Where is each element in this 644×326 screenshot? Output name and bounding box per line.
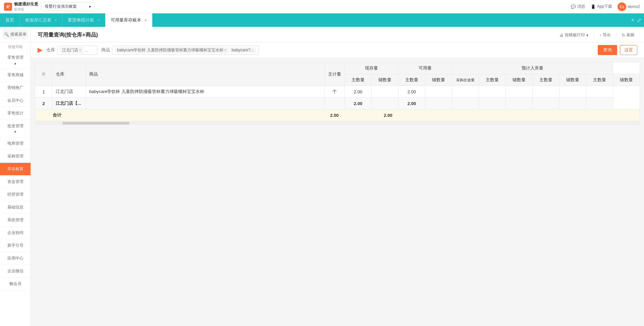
filter-actions: 查询 设置	[598, 45, 637, 55]
sidebar-item-label: 新手引导	[7, 243, 23, 248]
product-tag-2: babycare?...	[230, 47, 256, 53]
sidebar-item-ecommerce[interactable]: 电商管理	[0, 137, 31, 150]
sidebar-item-zero-stat[interactable]: 零售统计	[0, 107, 31, 120]
sidebar-item-label: 资金管理	[7, 179, 23, 185]
gear-icon[interactable]: ⚙	[39, 69, 49, 79]
tab-receive-summary[interactable]: 收发存汇总表 ×	[20, 13, 62, 27]
tab-home-label: 首页	[5, 17, 14, 23]
sidebar-item-finance[interactable]: 资金管理	[0, 176, 31, 188]
sidebar-item-label: 批发管理	[7, 123, 23, 129]
sidebar-item-appstore[interactable]: 应用中心	[0, 252, 31, 265]
query-btn[interactable]: 查询	[598, 45, 617, 55]
sidebar-item-inventory[interactable]: 库存核算	[0, 163, 31, 176]
warehouse-filter: 仓库 江北门店 × ...	[46, 46, 97, 55]
sidebar-item-wechat[interactable]: 企业微信	[0, 265, 31, 278]
sidebar-item-marketing[interactable]: 营销推广	[0, 82, 31, 94]
refresh-btn[interactable]: ↻ 刷新	[619, 31, 637, 39]
app-download-label: App下载	[597, 4, 612, 9]
sidebar-search-label: 搜索菜单	[10, 32, 26, 37]
th-goods-arriving-main: 主数量	[533, 74, 559, 86]
sidebar-item-guide[interactable]: 新手引导	[0, 239, 31, 252]
warehouse-tag-input[interactable]: 江北门店 × ...	[57, 46, 97, 55]
cell-pt-main-1	[452, 86, 479, 98]
table-row: 1 江北门店 babycare学饮杯 儿童防摔防撞吸管杯重力球吸嘴杯宝宝水杯 个…	[35, 86, 640, 98]
sidebar-item-label: 电商管理	[7, 141, 23, 146]
print-btn[interactable]: 🖨 按模板打印 ▾	[557, 31, 591, 39]
table-scrollbar[interactable]	[35, 121, 640, 125]
sidebar-item-wholesale[interactable]: 批发管理 ▼	[0, 120, 31, 137]
warehouse-tag-remove[interactable]: ×	[79, 48, 81, 52]
th-settings[interactable]: ⚙	[35, 62, 52, 86]
settings-btn[interactable]: 设置	[620, 45, 637, 55]
user-profile[interactable]: Ea demo2	[618, 2, 640, 11]
th-finished-arriving-aux: 辅数量	[613, 74, 640, 86]
cell-product-2	[86, 98, 325, 109]
cell-ga-main-2	[506, 98, 533, 109]
sidebar-item-label: 应用中心	[7, 255, 23, 261]
warehouse-tag: 江北门店 ×	[60, 47, 83, 53]
nav-tabs-actions: × ⤢	[631, 17, 644, 24]
nav-tabs: 首页 收发存汇总表 × 要货单统计表 × 可用量库存账本 × × ⤢	[0, 13, 644, 27]
sidebar-item-member2[interactable]: 畅会员	[0, 278, 31, 290]
tab-available-stock-label: 可用量库存账本	[111, 17, 141, 23]
expand-btn[interactable]: ⤢	[637, 17, 641, 24]
sidebar-search-btn[interactable]: 🔍 搜索菜单	[3, 30, 28, 39]
filter-bar: ▶ 仓库 江北门店 × ... 商品 babycare学饮杯 儿童防摔防撞吸管杯…	[31, 42, 644, 58]
sidebar-item-basic[interactable]: 基础信息	[0, 201, 31, 214]
cell-pt-main-2	[452, 98, 479, 109]
th-purchase-transit-header: 采购在途量	[452, 74, 479, 86]
tab-order-summary-close[interactable]: ×	[97, 18, 99, 22]
warehouse-more-btn[interactable]: ...	[85, 48, 88, 53]
sidebar-item-system[interactable]: 系统管理	[0, 214, 31, 227]
tab-available-stock-close[interactable]: ×	[145, 18, 147, 22]
sidebar-item-label: 畅会员	[9, 281, 21, 287]
edition-tag: 标准版	[14, 7, 38, 12]
cell-fa-main-2	[559, 98, 586, 109]
sidebar-item-purchase[interactable]: 采购管理	[0, 150, 31, 163]
th-finished-arriving-main: 主数量	[586, 74, 613, 86]
content-area: 可用量查询(按仓库+商品) 🖨 按模板打印 ▾ ↑ 导出 ↻ 刷新	[31, 27, 644, 326]
tab-home[interactable]: 首页	[0, 13, 20, 27]
th-current-aux: 辅数量	[372, 74, 398, 86]
tab-available-stock[interactable]: 可用量库存账本 ×	[105, 13, 152, 27]
cell-current-aux-2	[372, 98, 398, 109]
page-title: 可用量查询(按仓库+商品)	[38, 32, 98, 39]
divider	[594, 33, 594, 38]
cell-ga-main-1	[506, 86, 533, 98]
sidebar-item-member[interactable]: 会员中心	[0, 94, 31, 107]
filter-expand-btn[interactable]: ▶	[38, 46, 42, 54]
cell-pt-aux-2	[479, 98, 506, 109]
sidebar: 🔍 搜索菜单 快捷导航 零售管理 ▲ 零售商城 营销推广 会员中心 零售统计 批…	[0, 27, 31, 326]
product-tag-1-remove[interactable]: ×	[224, 48, 226, 52]
warehouse-filter-label: 仓库	[46, 47, 55, 53]
th-goods-arriving-aux: 辅数量	[559, 74, 586, 86]
th-available-main: 主数量	[398, 74, 425, 86]
message-btn[interactable]: 💬 消息	[571, 4, 585, 9]
tab-receive-summary-close[interactable]: ×	[55, 18, 57, 22]
product-tag-input[interactable]: babycare学饮杯 儿童防摔防撞吸管杯重力球吸嘴杯宝宝水杯 × babyca…	[112, 46, 259, 55]
th-product: 商品	[86, 62, 325, 86]
sidebar-item-operations[interactable]: 经营管理	[0, 188, 31, 201]
cell-available-aux-2	[425, 98, 452, 109]
close-all-tabs-btn[interactable]: ×	[631, 17, 634, 23]
warehouse-tag-text: 江北门店	[62, 47, 78, 53]
cell-unit-2	[325, 98, 345, 109]
th-current-main: 主数量	[345, 74, 372, 86]
sidebar-item-label: 零售商城	[7, 72, 23, 78]
sidebar-item-zero-mall[interactable]: 零售商城	[0, 69, 31, 82]
industry-label: 母婴行业演示账套	[45, 4, 77, 9]
scroll-thumb[interactable]	[62, 122, 129, 125]
sidebar-item-enterprise[interactable]: 企业协同	[0, 227, 31, 239]
logo-icon: 好	[4, 3, 12, 11]
sidebar-item-label: 零售统计	[7, 110, 23, 116]
cell-current-main-2: 2.00	[345, 98, 372, 109]
industry-selector[interactable]: 母婴行业演示账套 ▾	[41, 2, 95, 11]
cell-ga-aux-1	[533, 86, 559, 98]
app-download-btn[interactable]: 📱 App下载	[591, 4, 612, 9]
sidebar-item-label: 会员中心	[7, 98, 23, 103]
tab-order-summary[interactable]: 要货单统计表 ×	[62, 13, 105, 27]
export-btn[interactable]: ↑ 导出	[597, 31, 613, 39]
tab-receive-summary-label: 收发存汇总表	[25, 17, 51, 23]
sidebar-item-label: 零售管理	[7, 55, 23, 60]
sidebar-item-zero-sales[interactable]: 零售管理 ▲	[0, 51, 31, 69]
